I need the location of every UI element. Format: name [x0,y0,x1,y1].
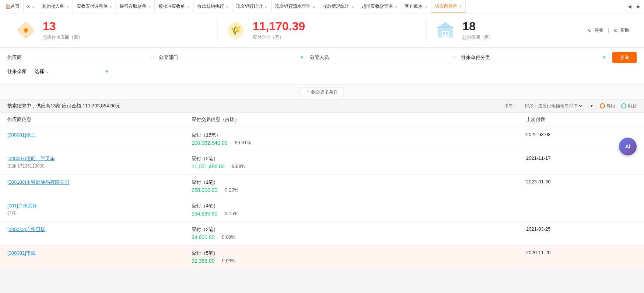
supplier-cell: [000100]本特勤油品有限公司 [7,179,192,186]
nav-tab-overdue-query[interactable]: 超期应收款查询 × [358,0,401,13]
balance-filter-select[interactable]: 选择... [32,66,111,77]
collapse-icon: ⌃ [306,90,310,95]
nav-tab-customer-ledger[interactable]: 客户账本 × [401,0,431,13]
nav-tab-cash-flow-query[interactable]: 现金银行流水查询 × [272,0,319,13]
result-info-text: 搜索结果中，供应商13家 应付金额 111,703,854.00元 [7,103,120,108]
nav-tab-collection-exec[interactable]: 收款核销执行 × [194,0,232,13]
person-filter-input[interactable] [334,52,449,63]
nav-tab-ar-ap-adjust-label: 应收应付调整单 [77,3,108,10]
tx-cell: 应付（1笔） 258,000.00 0.23% [192,179,526,193]
dept-filter-select[interactable] [183,52,306,63]
balance-filter-label: 往来余额 [7,68,29,75]
supplier-link[interactable]: [000002]李四 [7,250,36,256]
supplier-cell: [000012]广州贝瑞 [7,226,192,233]
close-icon[interactable]: × [459,4,462,8]
close-icon[interactable]: × [265,4,267,9]
supplier-link[interactable]: [001]广州荣轩 [7,203,37,208]
nav-tab-other-income-label: 其他收入单 [42,3,64,10]
nav-prev-arrow[interactable]: ◀ [625,0,634,13]
nav-tab-3[interactable]: 3 × [24,0,38,13]
supplier-filter-input[interactable] [32,52,147,63]
tx-amount: 11,051,486.00 [192,163,225,169]
supplier-link[interactable]: [000100]本特勤油品有限公司 [7,179,69,185]
nav-tab-bank-deposit[interactable]: 银行存取款单 × [116,0,155,13]
sort-select[interactable]: 排序：按应付余额倒序排序 [523,103,584,109]
search-button[interactable]: 查询 [612,52,637,63]
supplier-link[interactable]: [000007]恒旺二手叉车 [7,156,55,161]
nav-tab-collection-stat-label: 收款情况统计 [323,3,349,10]
summary-card-payable-total: 🌾 11,170.39 应付合计（万） [217,19,427,41]
balance-dropdown-wrapper: 选择... ▼ [32,66,111,77]
divider: ｜ [606,27,611,34]
close-icon[interactable]: × [351,4,354,9]
summary-info-total-suppliers: 18 总供应商（家） [462,20,493,41]
video-link[interactable]: 视频 [595,27,603,34]
total-suppliers-label: 总供应商（家） [462,34,493,41]
col-supplier-info: 供应商信息 [7,116,192,123]
svg-text:◆: ◆ [23,26,29,34]
category-filter-label: 往来单位分类 [461,54,490,61]
supplier-cell: [001]广州荣轩 仔仔 [7,203,192,217]
home-icon: 🏠 [5,4,11,9]
filter-row-1: 供应商 ··· 分管部门 ▼ 分管人员 ··· 往来单位分类 ▼ 查询 [7,52,637,63]
supplier-link[interactable]: [000012]广州贝瑞 [7,227,45,232]
nav-tab-advance-receipt[interactable]: 预收冲应收单 × [155,0,193,13]
supplier-contact: 王通 17106110000 [7,163,192,169]
nav-tab-cash-bank-stat[interactable]: 现金银行统计 × [232,0,271,13]
nav-tab-ar-ap-adjust[interactable]: 应收应付调整单 × [73,0,116,13]
data-table: 供应商信息 应付交易信息（占比） 上次付数 [000001]张三 应付（15笔）… [0,113,644,269]
filter-balance: 往来余额 选择... ▼ [7,66,111,77]
person-filter-dots[interactable]: ··· [452,55,457,61]
tx-percent: 0.23% [225,187,238,193]
person-filter-label: 分管人员 [310,54,332,61]
tx-cell: 应付（2笔） 11,051,486.00 9.89% [192,155,526,169]
refresh-icon [621,103,626,108]
nav-next-arrow[interactable]: ▶ [634,0,643,13]
close-icon[interactable]: × [425,4,427,9]
tx-label: 应付（2笔） [192,155,526,162]
supplier-filter-dots[interactable]: ··· [150,55,154,61]
supplier-contact: 仔仔 [7,210,192,217]
help-link[interactable]: 帮助 [620,27,629,34]
last-payment-cell: 2020-11-20 [526,250,637,255]
tx-percent: 0.15% [225,211,238,216]
supplier-link[interactable]: [000001]张三 [7,132,36,138]
close-icon[interactable]: × [313,4,315,9]
tx-row: 164,635.90 0.15% [192,210,526,217]
export-button[interactable]: 导出 [600,103,615,109]
close-icon[interactable]: × [32,4,34,9]
table-row: [000100]本特勤油品有限公司 应付（1笔） 258,000.00 0.23… [0,175,644,198]
close-icon[interactable]: × [187,4,189,9]
nav-tab-other-income[interactable]: 其他收入单 × [38,0,73,13]
close-icon[interactable]: × [395,4,397,9]
last-payment-cell: 2021-03-25 [526,226,637,232]
sort-dropdown-icon: ▼ [589,103,594,108]
sort-label: 排序： [504,103,517,109]
tx-percent: 0.08% [222,234,235,240]
store-icon [434,19,456,41]
nav-tab-overdue-query-label: 超期应收款查询 [362,3,393,10]
tx-row: 32,366.00 0.03% [192,257,526,264]
summary-info-payable: 13 总应付供应商（家） [43,20,83,41]
ai-button[interactable]: Ai [619,138,637,155]
close-icon[interactable]: × [110,4,112,9]
ai-label: Ai [625,144,630,149]
category-filter-select[interactable] [492,52,608,63]
nav-tab-collection-stat[interactable]: 收款情况统计 × [319,0,358,13]
refresh-button[interactable]: 刷新 [621,103,637,109]
filter-row-2: 往来余额 选择... ▼ [7,66,637,77]
nav-tab-supplier-ledger[interactable]: 供应商账本 × [431,0,466,13]
close-icon[interactable]: × [226,4,228,9]
export-label: 导出 [606,103,615,109]
close-icon[interactable]: × [148,4,151,9]
tx-cell: 应付（5笔） 32,366.00 0.03% [192,250,526,264]
table-row: [000001]张三 应付（15笔） 100,092,540.00 89.61%… [0,127,644,151]
close-icon[interactable]: × [66,4,69,9]
filter-category: 往来单位分类 ▼ [461,52,608,63]
svg-rect-7 [443,32,445,34]
col-tx-info: 应付交易信息（占比） [192,116,526,123]
collapse-button[interactable]: ⌃ 收起更多条件 [300,87,344,97]
nav-tab-home[interactable]: 🏠 首页 [1,0,24,13]
svg-text:🌾: 🌾 [230,25,241,35]
nav-tab-cash-bank-stat-label: 现金银行统计 [236,3,263,10]
